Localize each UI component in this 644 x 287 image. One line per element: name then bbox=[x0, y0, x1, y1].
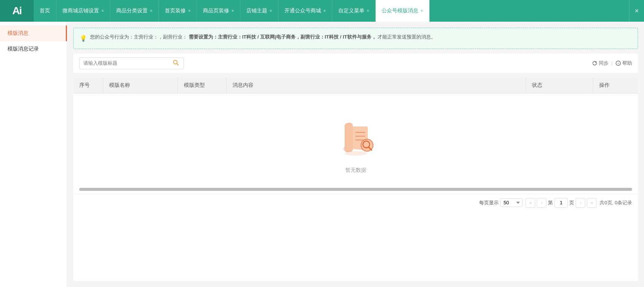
col-action: 操作 bbox=[593, 77, 638, 93]
nav-tab-close[interactable]: × bbox=[367, 8, 369, 13]
svg-line-1 bbox=[177, 64, 178, 65]
nav-tab[interactable]: 公众号模版消息× bbox=[376, 0, 429, 22]
total-text: 共0页, 0条记录 bbox=[600, 199, 632, 206]
notice-icon: 💡 bbox=[80, 34, 87, 43]
main-content: 💡 您的公众号行业为：主营行业：，副营行业： 需要设置为：主营行业：IT科技 /… bbox=[67, 22, 644, 287]
nav-tab-label: 公众号模版消息 bbox=[382, 7, 418, 14]
empty-state: 暂无数据 bbox=[73, 94, 638, 185]
close-all-button[interactable]: × bbox=[629, 0, 644, 22]
layout: 模版消息模版消息记录 💡 您的公众号行业为：主营行业：，副营行业： 需要设置为：… bbox=[0, 22, 644, 287]
nav-tab[interactable]: 商品页装修× bbox=[197, 0, 240, 22]
empty-text: 暂无数据 bbox=[345, 167, 366, 174]
search-button[interactable] bbox=[169, 58, 182, 69]
first-page-button[interactable]: « bbox=[526, 198, 535, 208]
search-icon bbox=[173, 60, 179, 65]
svg-text:?: ? bbox=[617, 62, 619, 65]
sidebar-item[interactable]: 模版消息记录 bbox=[0, 41, 67, 57]
col-name: 模版名称 bbox=[103, 77, 178, 93]
nav-tab-close[interactable]: × bbox=[269, 8, 272, 13]
sync-label: 同步 bbox=[599, 60, 608, 67]
nav-tab-close[interactable]: × bbox=[150, 8, 152, 13]
empty-illustration bbox=[333, 116, 378, 161]
next-page-button[interactable]: › bbox=[576, 198, 585, 208]
nav-tab[interactable]: 开通公众号商城× bbox=[278, 0, 332, 22]
page-suffix: 页 bbox=[569, 199, 574, 206]
top-nav: Ai 首页微商城店铺设置×商品分类设置×首页装修×商品页装修×店铺主题×开通公众… bbox=[0, 0, 644, 22]
sidebar: 模版消息模版消息记录 bbox=[0, 22, 67, 287]
table: 序号 模版名称 模版类型 消息内容 状态 操作 bbox=[73, 77, 638, 281]
sync-icon bbox=[592, 61, 597, 66]
col-type: 模版类型 bbox=[178, 77, 227, 93]
nav-tab[interactable]: 自定义菜单× bbox=[332, 0, 376, 22]
help-button[interactable]: ? 帮助 bbox=[616, 60, 632, 67]
search-input-wrap bbox=[79, 57, 184, 69]
nav-tab[interactable]: 微商城店铺设置× bbox=[56, 0, 110, 22]
last-page-button[interactable]: » bbox=[587, 198, 597, 208]
table-header: 序号 模版名称 模版类型 消息内容 状态 操作 bbox=[73, 77, 638, 94]
nav-tab-close[interactable]: × bbox=[188, 8, 191, 13]
notice-suffix: 才能正常发送预置的消息。 bbox=[378, 34, 436, 40]
page-input[interactable] bbox=[554, 198, 568, 208]
per-page-label: 每页显示 bbox=[479, 199, 499, 206]
page-size-select: 每页显示 50 10 20 100 bbox=[479, 198, 523, 207]
scrollbar-thumb[interactable] bbox=[79, 188, 632, 191]
nav-tab-label: 微商城店铺设置 bbox=[62, 7, 99, 14]
page-prefix: 第 bbox=[548, 199, 553, 206]
sidebar-item[interactable]: 模版消息 bbox=[0, 25, 67, 41]
nav-tab-label: 店铺主题 bbox=[246, 7, 267, 14]
search-input[interactable] bbox=[80, 58, 169, 68]
scrollbar-track[interactable] bbox=[79, 188, 632, 191]
notice-box: 💡 您的公众号行业为：主营行业：，副营行业： 需要设置为：主营行业：IT科技 /… bbox=[73, 28, 638, 49]
nav-tab-close[interactable]: × bbox=[420, 8, 423, 13]
notice-prefix: 您的公众号行业为：主营行业：，副营行业： bbox=[90, 34, 187, 40]
nav-tab-close[interactable]: × bbox=[323, 8, 326, 13]
sync-button[interactable]: 同步 bbox=[592, 60, 608, 67]
col-status: 状态 bbox=[526, 77, 593, 93]
nav-tab-close[interactable]: × bbox=[101, 8, 104, 13]
search-bar: 同步 | ? 帮助 bbox=[73, 54, 638, 73]
col-content: 消息内容 bbox=[227, 77, 526, 93]
toolbar-divider: | bbox=[611, 60, 613, 66]
nav-tab[interactable]: 首页 bbox=[34, 0, 56, 22]
nav-tabs: 首页微商城店铺设置×商品分类设置×首页装修×商品页装修×店铺主题×开通公众号商城… bbox=[34, 0, 629, 22]
scrollbar-wrap bbox=[73, 185, 638, 194]
help-label: 帮助 bbox=[622, 60, 632, 67]
logo: Ai bbox=[0, 0, 34, 22]
prev-page-button[interactable]: ‹ bbox=[537, 198, 546, 208]
pagination: 每页显示 50 10 20 100 « ‹ 第 页 › » bbox=[73, 194, 638, 211]
nav-tab-label: 首页 bbox=[40, 7, 50, 14]
nav-tab-close[interactable]: × bbox=[231, 8, 234, 13]
notice-text: 您的公众号行业为：主营行业：，副营行业： 需要设置为：主营行业：IT科技 / 互… bbox=[90, 33, 436, 41]
nav-tab-label: 首页装修 bbox=[165, 7, 186, 14]
nav-tab[interactable]: 商品分类设置× bbox=[110, 0, 159, 22]
nav-tab-label: 自定义菜单 bbox=[338, 7, 364, 14]
notice-highlight: 需要设置为：主营行业：IT科技 / 互联网|电子商务，副营行业：IT科技 / I… bbox=[189, 34, 376, 40]
page-nav: « ‹ 第 页 › » bbox=[526, 198, 597, 208]
per-page-dropdown[interactable]: 50 10 20 100 bbox=[500, 198, 523, 207]
help-icon: ? bbox=[616, 61, 621, 66]
nav-tab-label: 商品分类设置 bbox=[116, 7, 148, 14]
nav-tab-label: 商品页装修 bbox=[203, 7, 229, 14]
col-index: 序号 bbox=[73, 77, 103, 93]
toolbar-right: 同步 | ? 帮助 bbox=[592, 60, 632, 67]
nav-tab[interactable]: 首页装修× bbox=[159, 0, 197, 22]
nav-tab-label: 开通公众号商城 bbox=[284, 7, 321, 14]
nav-tab[interactable]: 店铺主题× bbox=[240, 0, 278, 22]
